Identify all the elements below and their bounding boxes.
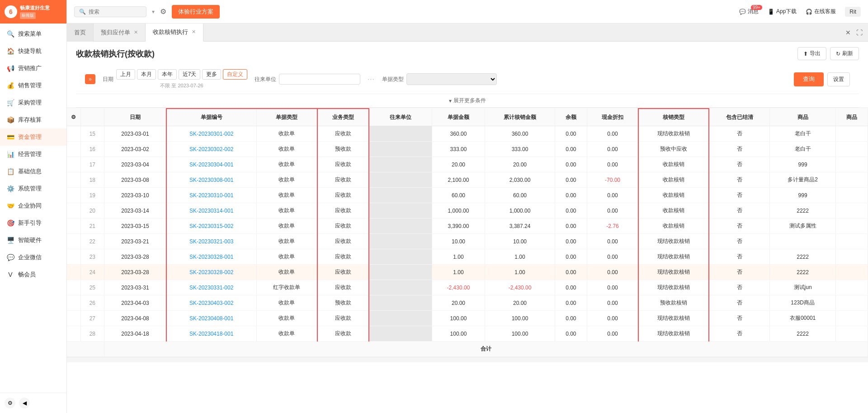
doc-link[interactable]: SK-20230308-001 [189, 177, 233, 183]
export-button[interactable]: ⬆ 导出 [797, 47, 826, 60]
query-button[interactable]: 查询 [794, 72, 824, 86]
dropdown-arrow-icon[interactable]: ▾ [152, 9, 155, 15]
doc-link[interactable]: SK-20230315-002 [189, 223, 233, 229]
sidebar-item-hardware[interactable]: 🖥️智能硬件 [0, 232, 66, 249]
online-service-button[interactable]: 🎧 在线客服 [806, 8, 836, 15]
sidebar-label-wechat: 企业微信 [18, 253, 42, 261]
filter-doctype-select[interactable] [406, 73, 497, 85]
sidebar-item-search[interactable]: 🔍搜索菜单 [0, 25, 66, 43]
cell-goods2 [835, 218, 868, 234]
sidebar-item-enterprise[interactable]: 🤝企业协同 [0, 197, 66, 214]
sidebar-item-inventory[interactable]: 📦库存核算 [0, 111, 66, 128]
message-button[interactable]: 💬 消息 99+ [739, 8, 759, 15]
cell-accumcancel: 10.00 [485, 234, 555, 249]
cell-balance: 0.00 [555, 295, 587, 311]
close-tab-icon[interactable]: ✕ [844, 27, 853, 38]
sidebar-item-basic[interactable]: 📋基础信息 [0, 163, 66, 180]
cell-goods2 [835, 126, 868, 142]
cell-includesettled: 否 [709, 203, 770, 218]
doc-link[interactable]: SK-20230403-002 [189, 300, 233, 306]
doc-link[interactable]: SK-20230328-001 [189, 254, 233, 260]
user-menu-button[interactable]: Rit [845, 7, 861, 17]
refresh-button[interactable]: ↻ 刷新 [830, 47, 859, 60]
doc-link[interactable]: SK-20230331-002 [189, 285, 233, 291]
expand-tab-icon[interactable]: ⛶ [854, 27, 864, 38]
doc-link[interactable]: SK-20230301-002 [189, 131, 233, 137]
doc-link[interactable]: SK-20230418-001 [189, 331, 233, 337]
doc-link[interactable]: SK-20230314-001 [189, 208, 233, 214]
cell-goods1: 测试jun [770, 280, 835, 295]
col-biztype-header: 业务类型 [317, 109, 369, 126]
doc-link[interactable]: SK-20230408-001 [189, 315, 233, 322]
cell-date: 2023-04-18 [104, 326, 166, 342]
filter-partner-input[interactable] [279, 74, 360, 85]
expand-more-button[interactable]: ▾ 展开更多条件 [449, 97, 486, 104]
cell-cashdiscount: 0.00 [587, 295, 638, 311]
sidebar-item-quick[interactable]: 🏠快捷导航 [0, 43, 66, 60]
sidebar-item-purchase[interactable]: 🛒采购管理 [0, 94, 66, 111]
cell-includesettled: 否 [709, 142, 770, 157]
cell-docamount: 1.00 [432, 265, 485, 280]
filter-7days-btn[interactable]: 近7天 [179, 69, 201, 80]
sidebar-item-marketing[interactable]: 📢营销推广 [0, 60, 66, 77]
filter-custom-btn[interactable]: 自定义 [223, 69, 247, 80]
filter-expand-button[interactable]: » [85, 74, 95, 84]
solution-button[interactable]: 体验行业方案 [172, 5, 220, 19]
cell-docno: SK-20230314-001 [166, 203, 257, 218]
doc-link[interactable]: SK-20230304-001 [189, 161, 233, 168]
cell-doctype: 收款单 [256, 234, 317, 249]
cell-canceltype: 现结收款核销 [638, 311, 709, 326]
sidebar-item-guide[interactable]: 🎯新手引导 [0, 214, 66, 232]
member-icon: V [6, 271, 14, 279]
doc-link[interactable]: SK-20230310-001 [189, 192, 233, 199]
filter-more-btn[interactable]: 更多 [202, 69, 221, 80]
sidebar-item-member[interactable]: V畅会员 [0, 266, 66, 283]
topbar-search-box[interactable]: 🔍 [74, 6, 146, 17]
cell-settings [67, 311, 80, 326]
tab-collection-close-icon[interactable]: ✕ [192, 29, 196, 35]
settings-bottom-icon[interactable]: ⚙ [5, 398, 15, 408]
cell-canceltype: 收款核销 [638, 157, 709, 172]
sidebar-item-wechat[interactable]: 💬企业微信 [0, 249, 66, 266]
sidebar-item-sales[interactable]: 💰销售管理 [0, 77, 66, 94]
filter-last-month-btn[interactable]: 上月 [116, 69, 135, 80]
topbar-settings-icon[interactable]: ⚙ [160, 7, 166, 16]
cell-goods2 [835, 172, 868, 188]
cell-balance: 0.00 [555, 265, 587, 280]
filter-this-month-btn[interactable]: 本月 [137, 69, 156, 80]
sidebar-item-finance[interactable]: 💳资金管理 [0, 128, 66, 146]
col-settings-header[interactable]: ⚙ [67, 109, 80, 126]
cell-canceltype: 现结收款核销 [638, 280, 709, 295]
tab-home[interactable]: 首页 [67, 24, 94, 42]
cell-seq: 20 [80, 203, 104, 218]
cell-balance: 0.00 [555, 234, 587, 249]
cell-seq: 19 [80, 188, 104, 203]
doc-link[interactable]: SK-20230302-002 [189, 146, 233, 152]
search-icon: 🔍 [6, 30, 14, 38]
doc-link[interactable]: SK-20230321-003 [189, 238, 233, 245]
cell-balance: 0.00 [555, 126, 587, 142]
doc-link[interactable]: SK-20230328-002 [189, 269, 233, 275]
app-download-button[interactable]: 📱 App下载 [768, 8, 797, 15]
tab-receivable-close-icon[interactable]: ✕ [134, 29, 138, 35]
cell-seq: 17 [80, 157, 104, 172]
sidebar-item-operation[interactable]: 📊经营管理 [0, 146, 66, 163]
horizontal-scrollbar[interactable] [67, 357, 868, 362]
cell-docno: SK-20230321-003 [166, 234, 257, 249]
cell-docno: SK-20230328-002 [166, 265, 257, 280]
cell-partner [369, 326, 432, 342]
tab-receivable[interactable]: 预归应付单 ✕ [94, 24, 146, 42]
cell-includesettled: 否 [709, 126, 770, 142]
filter-settings-button[interactable]: 设置 [827, 72, 850, 86]
cell-docno: SK-20230301-002 [166, 126, 257, 142]
cell-goods2 [835, 249, 868, 265]
col-canceltype-header: 核销类型 [638, 109, 709, 126]
sidebar-item-system[interactable]: ⚙️系统管理 [0, 180, 66, 197]
tab-collection[interactable]: 收款核销执行 ✕ [146, 24, 203, 42]
filter-this-year-btn[interactable]: 本年 [158, 69, 177, 80]
collapse-icon[interactable]: ◀ [19, 398, 30, 408]
cell-docamount: 100.00 [432, 326, 485, 342]
search-input[interactable] [89, 9, 134, 15]
cell-includesettled: 否 [709, 311, 770, 326]
cell-partner [369, 234, 432, 249]
